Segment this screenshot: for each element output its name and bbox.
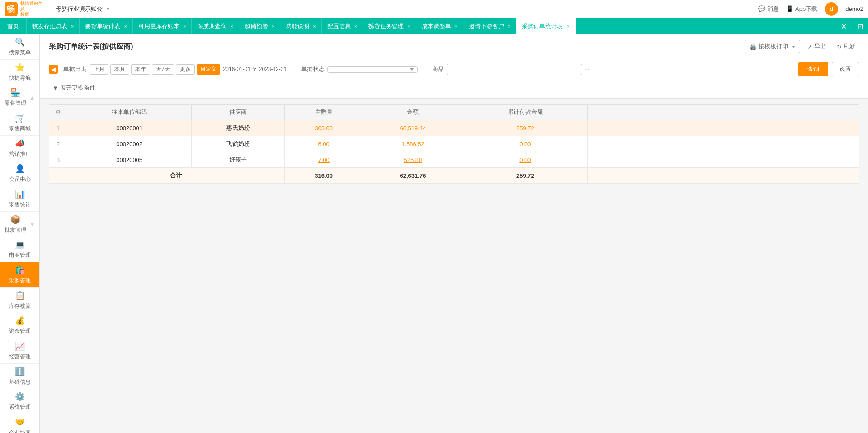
tab-chengben-label: 成本调整单 bbox=[422, 22, 451, 30]
data-table: ⚙ 往来单位编码 供应商 主数量 金额 累计付款金额 1 00020001 bbox=[49, 104, 859, 184]
sidebar-item-system[interactable]: ⚙️ 系统管理 bbox=[0, 389, 39, 414]
tab-baozhiqi-label: 保质期查询 bbox=[197, 22, 226, 30]
sidebar-item-basic-info[interactable]: ℹ️ 基础信息 bbox=[0, 364, 39, 389]
row-amount[interactable]: 60,519.44 bbox=[363, 120, 463, 136]
close-icon[interactable]: × bbox=[566, 24, 569, 29]
row-empty bbox=[588, 136, 859, 152]
close-icon[interactable]: × bbox=[124, 24, 127, 29]
setting-btn[interactable]: 设置 bbox=[832, 62, 859, 76]
tab-shoufacun[interactable]: 收发存汇总表 × bbox=[27, 18, 80, 34]
tab-home[interactable]: 首页 bbox=[0, 18, 27, 34]
refresh-icon: ↻ bbox=[837, 43, 842, 50]
messages-label: 消息 bbox=[767, 5, 779, 13]
row-quantity[interactable]: 6.00 bbox=[285, 136, 363, 152]
close-icon[interactable]: × bbox=[71, 24, 74, 29]
tab-caigou-active[interactable]: 采购订单统计表 × bbox=[516, 18, 575, 34]
sidebar-item-quicknav[interactable]: ⭐ 快捷导航 bbox=[0, 60, 39, 85]
row-amount[interactable]: 1,586.52 bbox=[363, 136, 463, 152]
date-btn-more[interactable]: 更多 bbox=[176, 64, 195, 75]
tab-chengben[interactable]: 成本调整单 × bbox=[416, 18, 463, 34]
template-print-btn[interactable]: 🖨️ 按模板打印 bbox=[745, 40, 800, 53]
nav-maximize-btn[interactable]: ⊡ bbox=[852, 18, 868, 34]
close-icon[interactable]: × bbox=[230, 24, 233, 29]
row-quantity[interactable]: 303.00 bbox=[285, 120, 363, 136]
close-icon[interactable]: × bbox=[272, 24, 274, 29]
row-paid[interactable]: 0.00 bbox=[463, 136, 587, 152]
sidebar-item-inventory[interactable]: 📋 库存核算 bbox=[0, 288, 39, 313]
sidebar-item-finance[interactable]: 💰 资金管理 bbox=[0, 313, 39, 338]
nav-close-btn[interactable]: ✕ bbox=[835, 18, 852, 34]
sidebar-item-collab[interactable]: 🤝 企业协同 bbox=[0, 414, 39, 433]
row-paid[interactable]: 259.72 bbox=[463, 120, 587, 136]
table-area: ⚙ 往来单位编码 供应商 主数量 金额 累计付款金额 1 00020001 bbox=[40, 99, 868, 433]
status-select[interactable] bbox=[327, 66, 418, 73]
tab-baozhiqi[interactable]: 保质期查询 × bbox=[192, 18, 239, 34]
expand-more-btn[interactable]: ▼ 展开更多条件 bbox=[49, 82, 99, 94]
date-btn-7days[interactable]: 近7天 bbox=[152, 64, 174, 75]
goods-filter-input[interactable] bbox=[447, 64, 582, 75]
column-settings-icon[interactable]: ⚙ bbox=[55, 109, 61, 116]
tab-yaoqing-label: 邀请下游客户 bbox=[469, 22, 504, 30]
user-avatar[interactable]: d bbox=[825, 2, 838, 16]
filter-collapse-btn[interactable]: ◀ bbox=[49, 65, 58, 74]
query-btn[interactable]: 查询 bbox=[798, 62, 828, 76]
row-num: 3 bbox=[49, 152, 67, 168]
tab-yaoqing[interactable]: 邀请下游客户 × bbox=[463, 18, 516, 34]
export-btn[interactable]: ↗ 导出 bbox=[804, 40, 830, 53]
top-right-area: 💬 消息 📱 App下载 d demo2 bbox=[758, 2, 863, 16]
sidebar-item-wholesale[interactable]: 📦 批发管理 ▼ bbox=[0, 212, 39, 237]
row-quantity[interactable]: 7.00 bbox=[285, 152, 363, 168]
sidebar-item-shop[interactable]: 🛒 零售商城 bbox=[0, 110, 39, 136]
close-icon[interactable]: × bbox=[455, 24, 458, 29]
th-settings: ⚙ bbox=[49, 105, 67, 120]
messages-btn[interactable]: 💬 消息 bbox=[758, 5, 779, 13]
tab-jianhuo[interactable]: 拣货任务管理 × bbox=[363, 18, 416, 34]
sidebar-item-system-label: 系统管理 bbox=[9, 404, 31, 411]
tab-kuyongliang[interactable]: 可用量库存账本 × bbox=[133, 18, 192, 34]
close-icon[interactable]: × bbox=[407, 24, 410, 29]
refresh-btn[interactable]: ↻ 刷新 bbox=[833, 40, 859, 53]
sidebar-item-operations-label: 经营管理 bbox=[9, 353, 31, 361]
sidebar-item-search[interactable]: 🔍 搜索菜单 bbox=[0, 34, 39, 60]
inventory-icon: 📋 bbox=[15, 290, 25, 300]
filter-row-1: ◀ 单据日期 上月 本月 本年 近7天 更多 自定义 2016-01-01 至 … bbox=[49, 62, 859, 76]
table-row: 1 00020001 惠氏奶粉 303.00 60,519.44 259.72 bbox=[49, 120, 859, 136]
close-icon[interactable]: × bbox=[183, 24, 186, 29]
sidebar-item-retail[interactable]: 🏪 零售管理 ▲ bbox=[0, 85, 39, 110]
sidebar-item-marketing[interactable]: 📣 营销推广 bbox=[0, 136, 39, 161]
app-download-btn[interactable]: 📱 App下载 bbox=[786, 5, 817, 13]
close-icon[interactable]: × bbox=[313, 24, 316, 29]
date-btn-this-year[interactable]: 本年 bbox=[131, 64, 150, 75]
sidebar-item-member[interactable]: 👤 会员中心 bbox=[0, 161, 39, 186]
top-bar: 畅 畅捷通好生意 标版 母婴行业演示账套 💬 消息 📱 App下载 d demo… bbox=[0, 0, 868, 18]
goods-filter-label: 商品 bbox=[432, 65, 444, 73]
ecommerce-icon: 💻 bbox=[15, 240, 25, 250]
sidebar-item-marketing-label: 营销推广 bbox=[9, 150, 31, 158]
export-label: 导出 bbox=[814, 43, 826, 51]
tab-peizhi-label: 配置信息 bbox=[327, 22, 351, 30]
filter-row-expand: ▼ 展开更多条件 bbox=[49, 79, 859, 94]
sidebar-item-retailstat[interactable]: 📊 零售统计 bbox=[0, 186, 39, 212]
date-btn-last-month[interactable]: 上月 bbox=[90, 64, 108, 75]
row-paid[interactable]: 0.00 bbox=[463, 152, 587, 168]
tab-caigou-label: 采购订单统计表 bbox=[522, 22, 563, 30]
template-print-label: 按模板打印 bbox=[759, 43, 788, 51]
date-range-display: 2016-01-01 至 2023-12-31 bbox=[223, 66, 287, 73]
date-btn-this-month[interactable]: 本月 bbox=[110, 64, 129, 75]
row-amount[interactable]: 525.80 bbox=[363, 152, 463, 168]
sidebar-item-purchase[interactable]: 🛍️ 采购管理 bbox=[0, 262, 39, 288]
sidebar-item-ecommerce[interactable]: 💻 电商管理 bbox=[0, 237, 39, 262]
close-icon[interactable]: × bbox=[508, 24, 510, 29]
page-header: 采购订单统计表(按供应商) 🖨️ 按模板打印 ↗ 导出 ↻ 刷新 bbox=[40, 34, 868, 57]
tab-gongneng[interactable]: 功能说明 × bbox=[280, 18, 321, 34]
tab-yaohuo[interactable]: 要货单统计表 × bbox=[80, 18, 132, 34]
goods-more-icon[interactable]: ··· bbox=[585, 65, 591, 73]
sidebar-item-operations[interactable]: 📈 经营管理 bbox=[0, 338, 39, 364]
tab-peizhi[interactable]: 配置信息 × bbox=[322, 18, 363, 34]
tab-chaochuyujing[interactable]: 超储预警 × bbox=[239, 18, 280, 34]
total-quantity: 316.00 bbox=[285, 168, 363, 184]
workspace-selector[interactable]: 母婴行业演示账套 bbox=[50, 5, 110, 13]
table-row: 2 00020002 飞鹤奶粉 6.00 1,586.52 0.00 bbox=[49, 136, 859, 152]
sidebar-item-collab-label: 企业协同 bbox=[9, 429, 31, 433]
close-icon[interactable]: × bbox=[354, 24, 357, 29]
